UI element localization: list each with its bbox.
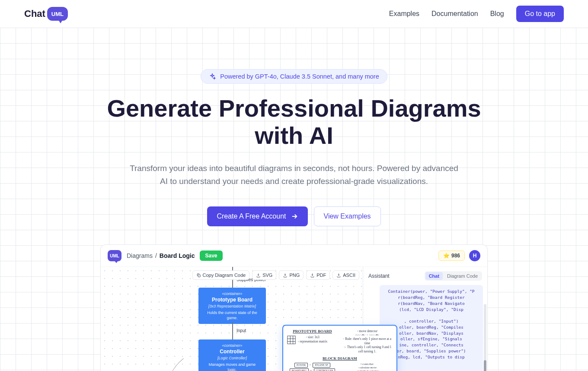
edge-label-input: Input — [236, 328, 246, 333]
copy-icon — [196, 273, 201, 278]
scrollbar-thumb[interactable] — [484, 360, 486, 371]
logo-text: Chat — [24, 8, 45, 19]
export-pdf-button[interactable]: PDF — [306, 270, 330, 280]
download-icon — [283, 273, 288, 278]
export-svg-button[interactable]: SVG — [252, 270, 276, 280]
sparkle-icon — [209, 73, 216, 80]
svg-rect-0 — [198, 275, 200, 277]
logo-bubble: UML — [47, 7, 68, 21]
nav-examples[interactable]: Examples — [389, 10, 419, 18]
nav-blog[interactable]: Blog — [490, 10, 504, 18]
badge-text: Powered by GPT-4o, Claude 3.5 Sonnet, an… — [220, 73, 379, 80]
svg-rect-1 — [288, 336, 295, 344]
assistant-label: Assistant — [368, 273, 390, 279]
powered-by-badge: Powered by GPT-4o, Claude 3.5 Sonnet, an… — [201, 69, 387, 84]
crumb-current: Board Logic — [160, 252, 195, 259]
hero-section: Powered by GPT-4o, Claude 3.5 Sonnet, an… — [0, 28, 588, 371]
credits-badge[interactable]: ⭐ 986 — [438, 251, 465, 261]
download-icon — [256, 273, 261, 278]
uml-logo-icon: UML — [108, 250, 121, 261]
screenshot-body: Copy Diagram Code SVG PNG PDF — [101, 267, 487, 371]
diagram-box-prototype-board[interactable]: «container» Prototype Board [3x3 Represe… — [198, 288, 266, 324]
product-screenshot: UML Diagrams / Board Logic Save ⭐ 986 H — [100, 244, 488, 371]
crumb-separator: / — [155, 252, 157, 259]
crumb-root[interactable]: Diagrams — [127, 252, 153, 259]
cta-row: Create A Free Account View Examples — [0, 206, 588, 226]
sketch-attachment[interactable]: PROTOTYPE BOARD - size: 3x3 - representa… — [282, 325, 397, 371]
screenshot-header: UML Diagrams / Board Logic Save ⭐ 986 H — [101, 245, 487, 267]
go-to-app-button[interactable]: Go to app — [516, 6, 564, 22]
assistant-tabs: Chat Diagram Code — [425, 271, 482, 281]
site-header: Chat UML Examples Documentation Blog Go … — [0, 0, 588, 28]
arrow-right-icon — [291, 212, 298, 220]
copy-code-button[interactable]: Copy Diagram Code — [192, 270, 250, 280]
main-nav: Examples Documentation Blog Go to app — [389, 6, 564, 22]
save-button[interactable]: Save — [200, 251, 222, 261]
download-icon — [336, 273, 341, 278]
hero-title: Generate Professional Diagrams with AI — [0, 95, 588, 149]
logo[interactable]: Chat UML — [24, 7, 68, 21]
tab-chat[interactable]: Chat — [425, 272, 443, 280]
export-toolbar: Copy Diagram Code SVG PNG PDF — [192, 270, 359, 280]
grid-icon — [287, 335, 296, 345]
download-icon — [310, 273, 315, 278]
nav-documentation[interactable]: Documentation — [431, 10, 478, 18]
breadcrumb: Diagrams / Board Logic — [127, 252, 195, 259]
export-ascii-button[interactable]: ASCII — [332, 270, 359, 280]
tab-diagram-code[interactable]: Diagram Code — [444, 272, 481, 280]
export-png-button[interactable]: PNG — [279, 270, 304, 280]
star-icon: ⭐ — [443, 253, 450, 259]
create-account-button[interactable]: Create A Free Account — [207, 206, 307, 226]
avatar[interactable]: H — [469, 250, 480, 261]
connector-arc — [168, 343, 298, 371]
view-examples-button[interactable]: View Examples — [314, 206, 381, 226]
connector-line — [232, 322, 233, 339]
hero-subtitle: Transform your ideas into beautiful diag… — [125, 162, 463, 187]
diagram-canvas[interactable]: Copy Diagram Code SVG PNG PDF — [101, 267, 363, 371]
